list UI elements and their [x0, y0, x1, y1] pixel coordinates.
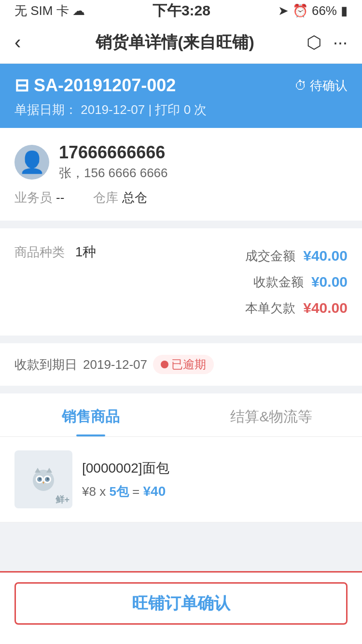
- date-label: 单据日期：: [14, 102, 77, 117]
- sales-label: 业务员: [14, 189, 52, 206]
- quantity-value: 5包: [109, 484, 128, 499]
- tab-sales-products[interactable]: 销售商品: [0, 393, 181, 436]
- customer-meta: 业务员 -- 仓库 总仓: [14, 189, 348, 206]
- amounts-section: 成交金额 ¥40.00 收款金额 ¥0.00 本单欠款 ¥40.00: [245, 243, 348, 321]
- amount-row: 成交金额 ¥40.00: [245, 243, 348, 269]
- product-info: [0000002]面包 ¥8 x 5包 = ¥40: [82, 459, 348, 500]
- status-bar: 无 SIM 卡 ☁ 下午3:28 ➤ ⏰ 66% ▮: [0, 0, 362, 21]
- status-time: 下午3:28: [153, 1, 210, 21]
- overdue-dot-icon: [161, 361, 168, 368]
- nav-bar: ‹ 销货单详情(来自旺铺) ⬡ ···: [0, 21, 362, 64]
- status-right: ➤ ⏰ 66% ▮: [278, 3, 348, 18]
- product-price: ¥8 x 5包 = ¥40: [82, 483, 348, 500]
- status-clock-icon: ⏱: [294, 78, 307, 93]
- customer-card: 👤 17666666666 张，156 6666 6666 业务员 -- 仓库 …: [0, 128, 362, 221]
- svg-marker-2: [46, 468, 52, 473]
- bottom-bar: 旺铺订单确认: [0, 571, 362, 644]
- received-value: ¥0.00: [311, 269, 348, 295]
- battery-icon: ▮: [341, 3, 348, 18]
- more-icon[interactable]: ···: [333, 32, 348, 53]
- avatar-icon: 👤: [19, 150, 45, 175]
- due-date-value: 2019-12-07: [83, 357, 147, 372]
- owed-row: 本单欠款 ¥40.00: [245, 295, 348, 321]
- product-name: [0000002]面包: [82, 459, 348, 477]
- amount-label: 成交金额: [245, 245, 295, 267]
- amount-value: ¥40.00: [303, 243, 348, 269]
- customer-phone: 17666666666: [59, 142, 168, 163]
- no-sim-text: 无 SIM 卡 ☁: [14, 2, 85, 19]
- customer-main-row: 👤 17666666666 张，156 6666 6666: [14, 142, 348, 182]
- status-text: 待确认: [310, 77, 348, 94]
- back-button[interactable]: ‹: [14, 31, 43, 53]
- owed-label: 本单欠款: [245, 297, 295, 320]
- tab-settlement-label: 结算&物流等: [230, 408, 312, 424]
- product-thumb-svg: [24, 465, 63, 494]
- price-multiply: x: [99, 484, 109, 499]
- order-id: ⊟ SA-20191207-002: [14, 75, 176, 96]
- product-section: 鲜+ [0000002]面包 ¥8 x 5包 = ¥40: [0, 437, 362, 522]
- warehouse-label: 仓库: [93, 189, 118, 206]
- sales-value: --: [56, 190, 64, 205]
- received-label: 收款金额: [253, 271, 304, 294]
- product-item: 鲜+ [0000002]面包 ¥8 x 5包 = ¥40: [0, 437, 362, 522]
- warehouse-value: 总仓: [122, 189, 147, 206]
- sales-meta: 业务员 --: [14, 189, 64, 206]
- order-id-text: SA-20191207-002: [34, 75, 176, 96]
- price-equals: =: [132, 484, 143, 499]
- order-date-row: 单据日期： 2019-12-07 | 打印 0 次: [14, 101, 348, 118]
- due-label: 收款到期日: [14, 356, 77, 373]
- total-price: ¥40: [143, 484, 166, 499]
- order-status: ⏱ 待确认: [294, 77, 348, 94]
- tab-sales-label: 销售商品: [62, 408, 120, 424]
- price-per-unit: ¥8: [82, 484, 96, 499]
- customer-sub-info: 张，156 6666 6666: [59, 165, 168, 182]
- tabs: 销售商品 结算&物流等: [0, 393, 362, 437]
- page-title: 销货单详情(来自旺铺): [43, 31, 306, 54]
- location-icon: ➤: [278, 3, 289, 18]
- type-value: 1种: [75, 244, 97, 259]
- tab-settlement[interactable]: 结算&物流等: [181, 393, 362, 436]
- avatar: 👤: [14, 145, 49, 180]
- order-id-icon: ⊟: [14, 75, 29, 96]
- order-header: ⊟ SA-20191207-002 ⏱ 待确认 单据日期： 2019-12-07…: [0, 64, 362, 128]
- owed-value: ¥40.00: [303, 295, 348, 321]
- due-date-card: 收款到期日 2019-12-07 已逾期: [0, 343, 362, 386]
- share-icon[interactable]: ⬡: [306, 32, 321, 53]
- product-type-section: 商品种类 1种: [14, 243, 96, 261]
- product-brand-text: 鲜+: [56, 494, 70, 505]
- confirm-button[interactable]: 旺铺订单确认: [14, 582, 348, 625]
- product-thumbnail: 鲜+: [14, 450, 72, 508]
- overdue-text: 已逾期: [171, 357, 206, 372]
- customer-info: 17666666666 张，156 6666 6666: [59, 142, 168, 182]
- battery-text: 66%: [312, 3, 337, 18]
- received-row: 收款金额 ¥0.00: [245, 269, 348, 295]
- summary-card: 商品种类 1种 成交金额 ¥40.00 收款金额 ¥0.00 本单欠款 ¥40.…: [0, 228, 362, 336]
- order-date-value: 2019-12-07: [81, 102, 145, 117]
- type-label: 商品种类: [14, 245, 65, 259]
- svg-point-8: [47, 478, 49, 480]
- overdue-badge: 已逾期: [153, 355, 214, 374]
- print-info: | 打印 0 次: [148, 102, 207, 117]
- warehouse-meta: 仓库 总仓: [93, 189, 147, 206]
- status-left: 无 SIM 卡 ☁: [14, 2, 85, 19]
- alarm-icon: ⏰: [292, 3, 308, 18]
- svg-marker-1: [35, 468, 41, 473]
- svg-point-7: [39, 478, 41, 480]
- order-id-row: ⊟ SA-20191207-002 ⏱ 待确认: [14, 75, 348, 96]
- nav-actions: ⬡ ···: [306, 32, 348, 53]
